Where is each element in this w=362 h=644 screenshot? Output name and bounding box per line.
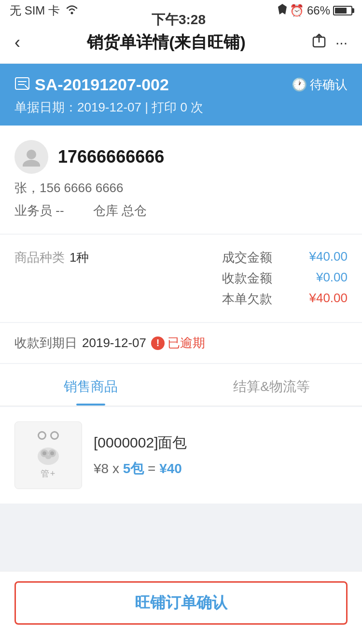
summary-row: 商品种类 1种 成交金额 ¥40.00 收款金额 ¥0.00 本单欠款 ¥40.… [14,249,348,308]
nav-right: ··· [312,33,348,51]
customer-row: 17666666666 [14,140,348,174]
tabs-row: 销售商品 结算&物流等 [0,364,362,406]
order-status: 🕐 待确认 [292,76,348,93]
order-date: 单据日期：2019-12-07 | 打印 0 次 [14,99,348,116]
transaction-row: 成交金额 ¥40.00 [222,249,348,266]
svg-point-0 [71,12,73,14]
overdue-icon: ! [151,336,165,350]
status-left: 无 SIM 卡 [10,3,79,18]
product-types-left: 商品种类 1种 [14,249,89,266]
owl-logo: 管+ [34,431,63,479]
tab-underline [76,404,105,406]
customer-sub: 张，156 6666 6666 [14,180,348,196]
clock-icon: 🕐 [292,77,307,92]
tab-settlement[interactable]: 结算&物流等 [181,364,362,406]
tab-sales-goods[interactable]: 销售商品 [0,364,181,406]
share-icon[interactable] [312,33,326,51]
status-text: 待确认 [310,76,348,93]
avatar [14,140,48,174]
owl-text: 管+ [41,468,56,479]
tab-settlement-label: 结算&物流等 [233,379,310,394]
confirm-order-button[interactable]: 旺铺订单确认 [14,581,348,625]
product-info: [0000002]面包 ¥8 x 5包 = ¥40 [94,433,348,478]
product-section: 管+ [0000002]面包 ¥8 x 5包 = ¥40 [0,407,362,504]
order-id-text: SA-20191207-002 [35,75,169,94]
product-image: 管+ [14,421,82,489]
overdue-badge: ! 已逾期 [151,335,205,351]
transaction-value: ¥40.00 [309,249,348,266]
order-id-row: SA-20191207-002 🕐 待确认 [14,75,348,94]
summary-section: 商品种类 1种 成交金额 ¥40.00 收款金额 ¥0.00 本单欠款 ¥40.… [0,235,362,322]
amounts-right: 成交金额 ¥40.00 收款金额 ¥0.00 本单欠款 ¥40.00 [222,249,348,308]
page-title: 销货单详情(来自旺铺) [87,31,246,54]
price-total: ¥40 [159,461,182,476]
price-quantity: 5包 [123,461,144,476]
due-date-value: 2019-12-07 [82,336,146,350]
order-icon [14,75,30,94]
salesperson-meta: 业务员 -- [14,202,64,219]
owl-eyes [38,431,59,440]
owl-body-svg [34,442,63,466]
status-right: ⏰ 66% [278,4,352,17]
svg-point-3 [27,150,36,159]
price-equals: = [144,461,159,476]
collected-label: 收款金额 [222,270,272,287]
due-section: 收款到期日 2019-12-07 ! 已逾期 [0,323,362,363]
battery-icon [333,6,352,15]
owl-eye-left [38,431,46,440]
svg-point-8 [42,451,46,455]
product-name: [0000002]面包 [94,433,348,453]
owl-eye-right [50,431,59,440]
product-price-row: ¥8 x 5包 = ¥40 [94,460,348,478]
overdue-text: 已逾期 [167,335,205,351]
alarm-icon: ⏰ [290,4,304,17]
status-bar: 无 SIM 卡 下午3:28 ⏰ 66% [0,0,362,21]
due-label: 收款到期日 [14,335,77,351]
transaction-label: 成交金额 [222,249,272,266]
price-base: ¥8 x [94,461,123,476]
battery-label: 66% [307,4,330,17]
customer-section: 17666666666 张，156 6666 6666 业务员 -- 仓库 总仓 [0,126,362,234]
tab-sales-label: 销售商品 [64,379,118,394]
status-time: 下午3:28 [152,11,206,29]
collected-value: ¥0.00 [316,270,348,287]
product-types-label: 商品种类 [14,249,65,266]
confirm-button-label: 旺铺订单确认 [135,592,227,614]
svg-point-4 [23,160,40,167]
product-item: 管+ [0000002]面包 ¥8 x 5包 = ¥40 [14,421,348,489]
owed-label: 本单欠款 [222,291,272,308]
collected-row: 收款金额 ¥0.00 [222,270,348,287]
order-banner: SA-20191207-002 🕐 待确认 单据日期：2019-12-07 | … [0,64,362,126]
more-icon[interactable]: ··· [335,34,348,51]
tabs-section: 销售商品 结算&物流等 [0,364,362,406]
warehouse-meta: 仓库 总仓 [93,202,147,219]
order-id: SA-20191207-002 [14,75,169,94]
svg-point-10 [45,455,51,459]
svg-point-9 [50,451,54,455]
bottom-bar: 旺铺订单确认 [0,571,362,644]
wifi-icon [65,4,79,17]
customer-meta: 业务员 -- 仓库 总仓 [14,202,348,219]
product-count-value: 1种 [70,249,89,266]
owed-row: 本单欠款 ¥40.00 [222,291,348,308]
customer-name: 17666666666 [58,147,164,167]
owed-value: ¥40.00 [309,291,348,308]
location-icon [278,4,287,17]
carrier-label: 无 SIM 卡 [10,3,60,18]
back-button[interactable]: ‹ [14,32,20,53]
